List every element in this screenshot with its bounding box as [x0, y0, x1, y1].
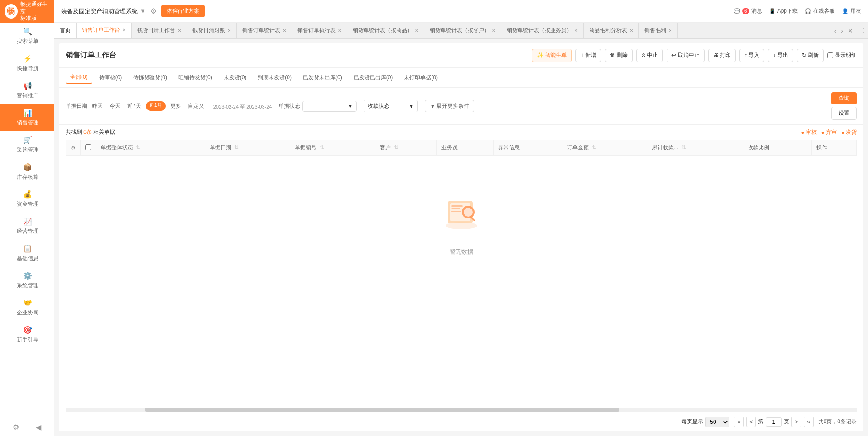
date-opt-today[interactable]: 今天: [107, 101, 123, 111]
expand-conditions-btn[interactable]: ▼ 展开更多条件: [425, 100, 474, 112]
sidebar-item-marketing[interactable]: 📢营销推广: [0, 77, 54, 104]
show-detail-checkbox[interactable]: [827, 52, 833, 58]
sidebar-item-newguide[interactable]: 🎯新手引导: [0, 321, 54, 348]
subtab-shipped-out[interactable]: 已发货已出库(0): [349, 72, 398, 83]
subtab-pending-inspect[interactable]: 待拣货验货(0): [129, 72, 172, 83]
subtab-wangpu-pending[interactable]: 旺铺待发货(0): [174, 72, 217, 83]
tab-close-sales-report-product[interactable]: ✕: [415, 28, 418, 33]
sidebar-item-inventory[interactable]: 📦库存核算: [0, 158, 54, 185]
sidebar-item-search[interactable]: 🔍搜索菜单: [0, 23, 54, 50]
tab-scroll-right-btn[interactable]: ›: [839, 25, 845, 36]
print-btn[interactable]: 🖨 打印: [708, 49, 736, 62]
industry-btn[interactable]: 体验行业方案: [161, 5, 205, 17]
tab-gross-profit[interactable]: 商品毛利分析表✕: [584, 23, 639, 38]
online-service-btn[interactable]: 🎧 在线客服: [805, 7, 835, 15]
tab-sales-exec[interactable]: 销售订单执行表✕: [292, 23, 347, 38]
date-opt-more[interactable]: 更多: [168, 101, 183, 111]
tab-close-sales-ratio[interactable]: ✕: [668, 28, 672, 33]
collapse-icon[interactable]: ◀: [36, 423, 41, 431]
tab-close-all-btn[interactable]: ✕: [846, 25, 855, 36]
date-opt-yesterday[interactable]: 昨天: [90, 101, 105, 111]
tab-sales-stat[interactable]: 销售订单统计表✕: [237, 23, 292, 38]
tab-close-sales-report-customer[interactable]: ✕: [492, 28, 495, 33]
page-size-select[interactable]: 10 20 50 100: [705, 417, 729, 427]
add-btn[interactable]: + 新增: [575, 49, 601, 62]
tab-sales-report-customer[interactable]: 销货单统计表（按客户）✕: [424, 23, 501, 38]
bottom-scrollbar[interactable]: [66, 408, 857, 412]
sidebar-item-basicinfo[interactable]: 📋基础信息: [0, 240, 54, 267]
topbar-gear-icon[interactable]: ⚙: [150, 7, 157, 15]
next-page-btn[interactable]: >: [791, 417, 801, 427]
th-collected[interactable]: 累计收款... ⇅: [647, 140, 743, 156]
sidebar-item-purchase[interactable]: 🛒采购管理: [0, 131, 54, 158]
tab-close-sales-stat[interactable]: ✕: [283, 28, 286, 33]
th-number[interactable]: 单据编号 ⇅: [290, 140, 375, 156]
tab-sales-report-product[interactable]: 销货单统计表（按商品）✕: [347, 23, 424, 38]
last-page-btn[interactable]: »: [804, 417, 813, 427]
tab-sales-workbench[interactable]: 销售订单工作台✕: [77, 23, 132, 38]
sidebar-item-enterprise[interactable]: 🤝企业协同: [0, 294, 54, 321]
query-btn[interactable]: 查询: [831, 92, 857, 104]
app-download-btn[interactable]: 📱 App下载: [769, 7, 798, 15]
tab-close-sales-exec[interactable]: ✕: [338, 28, 341, 33]
sidebar-item-label: 采购管理: [17, 146, 38, 154]
subtab-not-printed[interactable]: 未打印单据(0): [399, 72, 442, 83]
tab-close-cash-daily[interactable]: ✕: [177, 28, 181, 33]
system-dropdown-icon[interactable]: ▼: [140, 8, 146, 14]
select-all-checkbox[interactable]: [85, 144, 91, 150]
user-menu-btn[interactable]: 👤 用友: [842, 7, 861, 15]
subtab-pending-review[interactable]: 待审核(0): [95, 72, 127, 83]
sidebar-item-label: 销售管理: [17, 119, 38, 127]
stop-btn[interactable]: ⊘ 中止: [636, 49, 663, 62]
tab-close-sales-report-staff[interactable]: ✕: [574, 28, 578, 33]
subtab-not-shipped[interactable]: 未发货(0): [219, 72, 251, 83]
sidebar-item-operations[interactable]: 📈经营管理: [0, 213, 54, 240]
export-btn[interactable]: ↓ 导出: [768, 49, 793, 62]
th-amount[interactable]: 订单金额 ⇅: [562, 140, 647, 156]
settings-icon[interactable]: ⚙: [13, 423, 19, 431]
prev-page-btn[interactable]: <: [746, 417, 756, 427]
status-select[interactable]: ▼: [302, 101, 357, 112]
tab-scroll-left-btn[interactable]: ‹: [833, 25, 839, 36]
date-opt-custom[interactable]: 自定义: [186, 101, 206, 111]
sidebar-item-sales[interactable]: 📊销售管理: [0, 104, 54, 131]
tab-home[interactable]: 首页: [54, 23, 77, 38]
tab-sales-report-staff[interactable]: 销货单统计表（按业务员）✕: [501, 23, 584, 38]
first-page-btn[interactable]: «: [734, 417, 743, 427]
tab-maximize-btn[interactable]: ⛶: [856, 25, 866, 36]
refresh-btn[interactable]: ↻ 刷新: [797, 49, 824, 62]
delete-btn[interactable]: 🗑 删除: [605, 49, 633, 62]
th-status[interactable]: 单据整体状态 ⇅: [96, 140, 205, 156]
subtab-all[interactable]: 全部(0): [66, 71, 92, 84]
tab-label: 销售毛利: [644, 27, 666, 34]
tab-close-cash-reconcile[interactable]: ✕: [227, 28, 231, 33]
page-input[interactable]: [766, 417, 782, 427]
subtab-label: 未打印单据(0): [404, 74, 438, 81]
filter-actions: 查询 设置: [831, 92, 857, 120]
tab-close-sales-workbench[interactable]: ✕: [122, 28, 126, 33]
tab-sales-ratio[interactable]: 销售毛利✕: [639, 23, 678, 38]
th-date[interactable]: 单据日期 ⇅: [205, 140, 290, 156]
tab-cash-reconcile[interactable]: 钱货日清对账✕: [187, 23, 237, 38]
smart-generate-btn[interactable]: ✨ 智能生单: [532, 49, 572, 62]
import-btn[interactable]: ↑ 导入: [739, 49, 764, 62]
sidebar-item-finance[interactable]: 💰资金管理: [0, 185, 54, 213]
subtab-overdue-not-shipped[interactable]: 到期未发货(0): [253, 72, 296, 83]
sidebar-item-quick[interactable]: ⚡快捷导航: [0, 50, 54, 77]
th-exception: 异常信息: [494, 140, 562, 156]
th-settings[interactable]: ⚙: [66, 140, 81, 156]
set-btn[interactable]: 设置: [831, 107, 857, 120]
cancel-stop-btn[interactable]: ↩ 取消中止: [667, 49, 704, 62]
date-opt-7days[interactable]: 近7天: [125, 101, 144, 111]
tab-close-gross-profit[interactable]: ✕: [629, 28, 633, 33]
message-btn[interactable]: 💬 6 消息: [734, 7, 762, 15]
ship-action-btn[interactable]: ● 发货: [841, 128, 857, 136]
th-customer[interactable]: 客户 ⇅: [375, 140, 436, 156]
date-opt-1month[interactable]: 近1月: [146, 101, 166, 111]
anti-review-action-btn[interactable]: ● 弃审: [821, 128, 837, 136]
payment-select[interactable]: 收款状态 ▼: [364, 100, 418, 112]
subtab-shipped-not-out[interactable]: 已发货未出库(0): [298, 72, 347, 83]
tab-cash-daily[interactable]: 钱货日清工作台✕: [132, 23, 187, 38]
sidebar-item-system[interactable]: ⚙️系统管理: [0, 267, 54, 294]
review-action-btn[interactable]: ● 审核: [801, 128, 816, 136]
